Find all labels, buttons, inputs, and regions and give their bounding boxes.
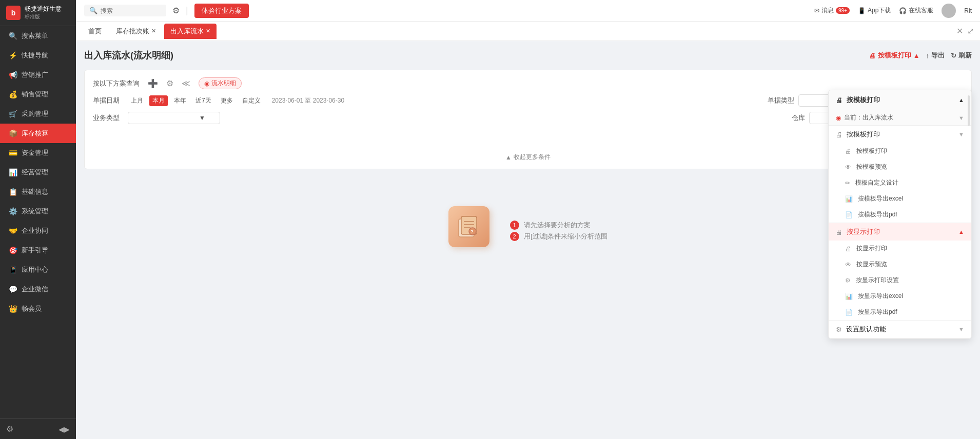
dropdown-header: 🖨 按模板打印 ▲: [829, 90, 971, 110]
template-sub-item-1[interactable]: 🖨 按模板打印: [829, 143, 971, 159]
chevron-up-small[interactable]: ▲: [958, 97, 964, 103]
template-sub-item-3[interactable]: ✏ 模板自定义设计: [829, 175, 971, 191]
display-sub-item-1[interactable]: 🖨 按显示打印: [829, 241, 971, 256]
template-sub-item-4[interactable]: 📊 按模板导出excel: [829, 191, 971, 207]
message-label: 消息: [821, 6, 834, 15]
date-shortcut-7days[interactable]: 近7天: [192, 95, 214, 106]
template-sub-item-5[interactable]: 📄 按模板导出pdf: [829, 207, 971, 223]
display-sub-icon-4: 📊: [845, 293, 853, 300]
tab-home[interactable]: 首页: [82, 24, 108, 39]
date-shortcut-last-month[interactable]: 上月: [128, 95, 146, 106]
sidebar-item-marketing[interactable]: 📢 营销推广: [0, 65, 76, 85]
tab-flow[interactable]: 出入库流水 ✕: [164, 24, 217, 39]
page-title-text: 出入库流水(流水明细): [84, 49, 173, 62]
expand-tabs-icon[interactable]: ⤢: [967, 26, 974, 36]
export-btn[interactable]: ↑ 导出: [926, 51, 945, 60]
settings-icon[interactable]: ⚙: [6, 424, 13, 434]
default-settings-header[interactable]: ⚙ 设置默认功能 ▼: [829, 321, 971, 338]
display-sub-item-5[interactable]: 📄 按显示导出pdf: [829, 304, 971, 320]
refresh-label: 刷新: [958, 51, 972, 60]
refresh-btn[interactable]: ↻ 刷新: [951, 51, 972, 60]
close-all-tabs-icon[interactable]: ✕: [956, 26, 963, 36]
settings-filter-icon[interactable]: ⚙: [166, 78, 173, 88]
tab-flow-label: 出入库流水: [170, 27, 204, 36]
sidebar-item-sales[interactable]: 💰 销售管理: [0, 85, 76, 104]
collapse-filter-icon[interactable]: ≪: [182, 78, 190, 88]
display-sub-item-3[interactable]: ⚙ 按显示打印设置: [829, 272, 971, 288]
display-sub-item-2[interactable]: 👁 按显示预览: [829, 256, 971, 272]
date-shortcut-this-month[interactable]: 本月: [149, 95, 168, 106]
message-section[interactable]: ✉ 消息 99+: [814, 6, 850, 15]
sidebar-item-purchase[interactable]: 🛒 采购管理: [0, 104, 76, 124]
tabs-bar: 首页 库存批次账 ✕ 出入库流水 ✕ ✕ ⤢: [76, 22, 980, 41]
main-area: 🔍 ⚙ | 体验行业方案 ✉ 消息 99+ 📱 App下载 🎧 在线客服 Rit: [76, 0, 980, 439]
sidebar-item-apps[interactable]: 📱 应用中心: [0, 260, 76, 280]
sidebar-item-shortcuts[interactable]: ⚡ 快捷导航: [0, 46, 76, 65]
sidebar-item-operations[interactable]: 📊 经营管理: [0, 163, 76, 182]
sidebar-item-label: 经营管理: [22, 168, 48, 177]
sidebar-item-label: 畅会员: [22, 304, 42, 313]
message-icon: ✉: [814, 7, 819, 14]
sidebar-item-wechat[interactable]: 💬 企业微信: [0, 280, 76, 299]
display-print-section: 🖨 按显示打印 ▲ 🖨 按显示打印 👁 按显示预览 ⚙ 按显示打印设置: [829, 223, 971, 321]
add-filter-icon[interactable]: ➕: [148, 78, 158, 88]
sidebar-item-enterprise[interactable]: 🤝 企业协同: [0, 221, 76, 241]
display-sub-item-4[interactable]: 📊 按显示导出excel: [829, 288, 971, 304]
collapse-label: 收起更多条件: [514, 153, 551, 162]
sidebar-item-system[interactable]: ⚙️ 系统管理: [0, 202, 76, 221]
display-sub-icon-5: 📄: [845, 309, 853, 316]
date-shortcut-more[interactable]: 更多: [218, 95, 236, 106]
sidebar-item-member[interactable]: 👑 畅会员: [0, 299, 76, 318]
sidebar-item-label: 资金管理: [22, 148, 48, 157]
sidebar-item-finance[interactable]: 💳 资金管理: [0, 143, 76, 163]
active-filter-tag[interactable]: ◉ 流水明细: [199, 77, 242, 89]
chevron-up-icon: ▲: [913, 52, 920, 59]
sidebar-item-label: 企业协同: [22, 226, 48, 235]
biz-type-chevron: ▼: [199, 114, 205, 122]
online-service-section[interactable]: 🎧 在线客服: [899, 6, 933, 15]
print-template-btn[interactable]: 🖨 按模板打印 ▲: [869, 51, 920, 60]
date-shortcut-custom[interactable]: 自定义: [239, 95, 264, 106]
sidebar-item-label: 基础信息: [22, 187, 48, 196]
clipboard-icon: 📋: [8, 188, 17, 196]
logo-subtitle: 标准版: [25, 13, 62, 21]
user-avatar[interactable]: [942, 4, 956, 18]
online-service-label: 在线客服: [909, 6, 933, 15]
logo-title: 畅捷通好生意: [25, 5, 62, 13]
template-print-header[interactable]: 🖨 按模板打印 ▼: [829, 126, 971, 143]
sidebar-item-label: 搜索菜单: [22, 31, 48, 41]
topbar-search-input[interactable]: [101, 7, 152, 14]
sub-icon-4: 📊: [845, 195, 853, 203]
sub-icon-2: 👁: [845, 164, 851, 171]
chart-icon: 📊: [8, 168, 17, 176]
message-badge: 99+: [836, 7, 850, 14]
search-icon: 🔍: [8, 32, 17, 40]
app-download-section[interactable]: 📱 App下载: [858, 6, 891, 15]
filter-tag-icon: ◉: [204, 80, 209, 87]
hint-num-1: 1: [510, 221, 519, 230]
topbar-gear-icon[interactable]: ⚙: [172, 6, 180, 15]
template-sub-item-2[interactable]: 👁 按模板预览: [829, 159, 971, 175]
empty-icon: ?: [448, 206, 489, 247]
tab-batch[interactable]: 库存批次账 ✕: [110, 24, 162, 39]
date-shortcut-this-year[interactable]: 本年: [171, 95, 189, 106]
scrollbar-thumb: [968, 95, 970, 126]
print-template-label: 按模板打印: [878, 51, 911, 60]
experience-btn[interactable]: 体验行业方案: [194, 4, 249, 18]
biz-type-select[interactable]: ▼: [128, 112, 220, 124]
box-icon: 📦: [8, 129, 17, 137]
sidebar-item-search[interactable]: 🔍 搜索菜单: [0, 26, 76, 46]
display-print-header[interactable]: 🖨 按显示打印 ▲: [829, 223, 971, 241]
sidebar-item-guide[interactable]: 🎯 新手引导: [0, 241, 76, 260]
tab-batch-close[interactable]: ✕: [151, 28, 156, 34]
display-sub-icon-3: ⚙: [845, 277, 851, 284]
mobile-icon: 📱: [8, 266, 17, 274]
tab-flow-close[interactable]: ✕: [206, 28, 210, 34]
dropdown-header-title: 按模板打印: [847, 95, 880, 105]
sidebar-item-label: 应用中心: [22, 265, 48, 274]
sidebar-item-inventory[interactable]: 📦 库存核算: [0, 124, 76, 143]
collapse-icon[interactable]: ◀▶: [58, 425, 70, 433]
crown-icon: 👑: [8, 305, 17, 313]
date-label: 单据日期: [93, 96, 120, 105]
sidebar-item-basic[interactable]: 📋 基础信息: [0, 182, 76, 202]
